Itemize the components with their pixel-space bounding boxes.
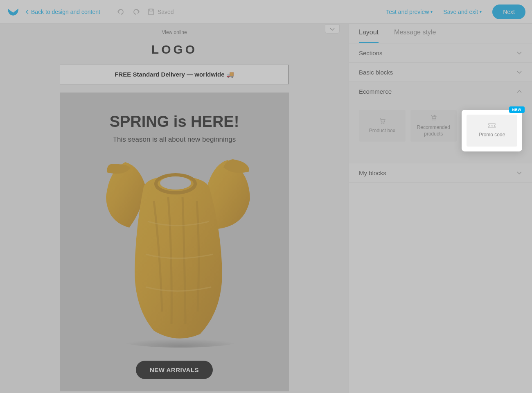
block-recommended-products[interactable]: Recommended products xyxy=(410,110,457,142)
view-online-link[interactable]: View online xyxy=(162,29,187,35)
accordion-sections[interactable]: Sections xyxy=(359,43,522,62)
back-link[interactable]: Back to design and content xyxy=(25,9,100,15)
right-panel: Layout Message style Sections Basic bloc… xyxy=(349,24,532,393)
email-body-section[interactable]: SPRING is HERE! This season is all about… xyxy=(60,93,289,391)
subheadline-text[interactable]: This season is all about new beginnings xyxy=(72,136,277,144)
headline-text[interactable]: SPRING is HERE! xyxy=(72,113,277,131)
chevron-down-icon xyxy=(516,69,522,75)
back-link-label: Back to design and content xyxy=(31,9,100,15)
tab-layout[interactable]: Layout xyxy=(359,29,379,43)
block-promo-code[interactable]: % Promo code xyxy=(467,115,517,147)
accordion-basic-blocks[interactable]: Basic blocks xyxy=(359,63,522,81)
saved-status: Saved xyxy=(148,8,174,16)
tab-message-style[interactable]: Message style xyxy=(394,29,436,43)
save-exit-dropdown[interactable]: Save and exit xyxy=(443,9,482,15)
chevron-down-icon xyxy=(329,27,335,31)
panel-tabs: Layout Message style xyxy=(349,24,532,43)
save-icon xyxy=(148,8,154,16)
chevron-left-icon xyxy=(25,9,29,14)
svg-rect-0 xyxy=(149,9,153,15)
new-badge: NEW xyxy=(509,106,525,113)
ticket-icon: % xyxy=(488,123,496,129)
product-image[interactable] xyxy=(86,148,262,348)
collapse-toggle[interactable] xyxy=(325,25,340,34)
promo-banner[interactable]: FREE Standard Delivery — worldwide 🚚 xyxy=(60,65,289,84)
next-button[interactable]: Next xyxy=(492,5,525,19)
accordion-my-blocks[interactable]: My blocks xyxy=(359,163,522,182)
top-bar: Back to design and content Saved Test an… xyxy=(0,0,532,24)
saved-label: Saved xyxy=(158,9,174,15)
cart-icon xyxy=(379,117,386,124)
svg-point-8 xyxy=(435,120,436,121)
test-preview-dropdown[interactable]: Test and preview xyxy=(386,9,433,15)
accordion-ecommerce[interactable]: Ecommerce xyxy=(359,82,522,101)
svg-point-5 xyxy=(381,123,382,124)
app-logo-icon[interactable] xyxy=(7,7,20,17)
svg-point-6 xyxy=(383,123,384,124)
svg-text:%: % xyxy=(491,124,493,127)
brand-logo-placeholder[interactable]: LOGO xyxy=(151,43,197,56)
undo-icon[interactable] xyxy=(117,8,125,16)
svg-point-7 xyxy=(433,120,434,121)
chevron-down-icon xyxy=(516,50,522,56)
chevron-down-icon xyxy=(516,169,522,176)
block-product-box[interactable]: Product box xyxy=(359,110,406,142)
email-canvas: View online LOGO FREE Standard Delivery … xyxy=(0,24,349,393)
chevron-up-icon xyxy=(516,88,522,95)
recommend-icon xyxy=(430,114,437,121)
ecommerce-blocks: Product box Recommended products NEW % P… xyxy=(359,101,522,163)
block-promo-code-highlight: NEW % Promo code xyxy=(462,110,522,151)
svg-rect-1 xyxy=(150,9,152,11)
cta-button[interactable]: NEW ARRIVALS xyxy=(136,361,213,379)
redo-icon[interactable] xyxy=(132,8,140,16)
svg-point-4 xyxy=(160,176,191,190)
